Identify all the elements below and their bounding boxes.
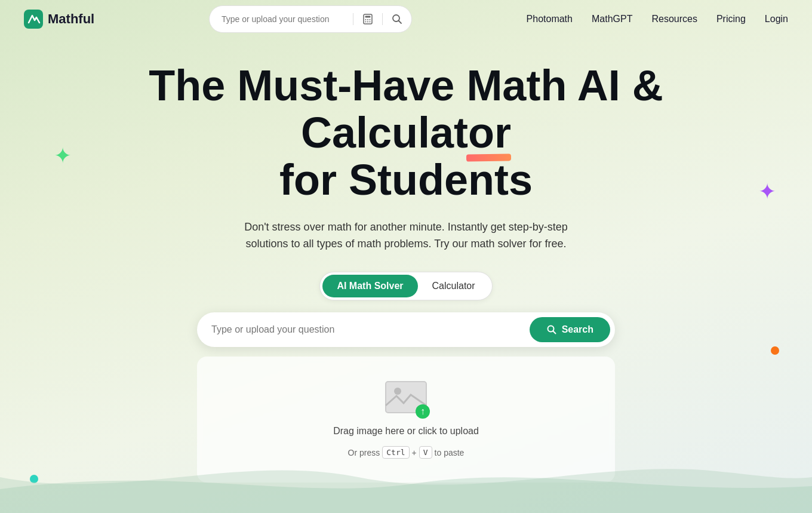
- logo-text: Mathful: [48, 11, 94, 27]
- bottom-wave: [0, 441, 812, 513]
- svg-point-7: [367, 21, 368, 23]
- logo-icon: [24, 10, 43, 29]
- hero-title-part2: for Students: [279, 156, 533, 204]
- hero-title-part1: The Must-Have: [149, 62, 466, 109]
- nav-link-mathgpt[interactable]: MathGPT: [592, 14, 632, 24]
- nav-search-input[interactable]: [222, 14, 348, 24]
- nav-search-divider: [353, 13, 353, 25]
- search-button-label: Search: [562, 324, 593, 335]
- svg-line-12: [553, 331, 556, 334]
- nav-link-login[interactable]: Login: [765, 14, 788, 24]
- main-search-box[interactable]: Search: [197, 312, 615, 347]
- upload-drag-text: Drag image here or click to upload: [333, 426, 479, 437]
- search-button[interactable]: Search: [530, 317, 610, 342]
- nav-search-box[interactable]: [209, 5, 412, 33]
- svg-point-3: [365, 19, 366, 20]
- nav-link-pricing[interactable]: Pricing: [716, 14, 746, 24]
- tab-switcher: AI Math Solver Calculator: [319, 272, 492, 300]
- nav-link-photomath[interactable]: Photomath: [527, 14, 573, 24]
- nav-links: Photomath MathGPT Resources Pricing Logi…: [527, 14, 788, 24]
- svg-point-5: [369, 19, 370, 20]
- hero-subtitle: Don't stress over math for another minut…: [227, 219, 585, 253]
- tab-calculator[interactable]: Calculator: [418, 275, 490, 297]
- navbar: Mathful Photomath MathGPT: [0, 0, 812, 38]
- nav-search-btn[interactable]: [387, 10, 407, 29]
- nav-link-resources[interactable]: Resources: [651, 14, 697, 24]
- svg-rect-2: [365, 16, 370, 18]
- tab-ai-math-solver[interactable]: AI Math Solver: [322, 275, 417, 297]
- upload-icon-container: ↑: [385, 380, 427, 416]
- svg-point-14: [394, 388, 401, 395]
- svg-line-10: [398, 21, 401, 24]
- svg-point-6: [365, 21, 366, 23]
- hero-section: The Must-Have Math AI & Calculator for S…: [0, 38, 812, 483]
- upload-plus-badge: ↑: [416, 404, 430, 419]
- hero-title: The Must-Have Math AI & Calculator for S…: [78, 62, 734, 204]
- svg-point-8: [369, 21, 370, 23]
- logo[interactable]: Mathful: [24, 10, 94, 29]
- search-icon: [546, 324, 557, 335]
- nav-search-divider2: [382, 13, 383, 25]
- svg-point-4: [367, 19, 368, 20]
- main-search-input[interactable]: [211, 324, 530, 335]
- nav-calculator-icon[interactable]: [358, 10, 377, 29]
